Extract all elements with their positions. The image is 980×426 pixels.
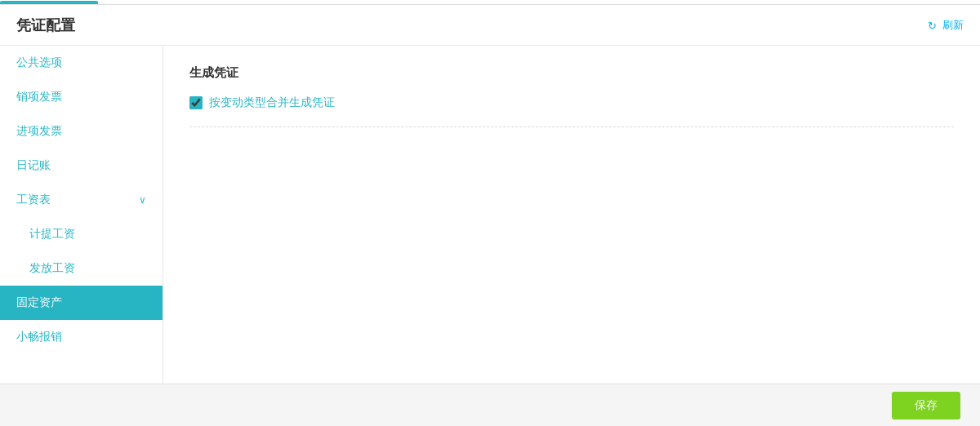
refresh-label: 刷新 <box>942 18 964 33</box>
sidebar-item-payroll[interactable]: 工资表 ∨ <box>0 183 163 217</box>
merge-by-type-checkbox[interactable] <box>189 96 203 109</box>
sidebar-item-label: 日记账 <box>16 158 51 173</box>
top-tab-active <box>0 1 98 4</box>
sidebar-item-pay-payroll[interactable]: 发放工资 <box>0 251 163 286</box>
page-title: 凭证配置 <box>16 16 75 35</box>
chevron-down-icon: ∨ <box>139 194 146 206</box>
section-divider <box>189 126 954 127</box>
sidebar-item-expense[interactable]: 小畅报销 <box>0 320 163 354</box>
sidebar-item-journal[interactable]: 日记账 <box>0 149 163 183</box>
sidebar-item-label: 进项发票 <box>16 124 62 139</box>
sidebar-item-label: 公共选项 <box>16 55 62 70</box>
page-container: 凭证配置 ↻ 刷新 公共选项 销项发票 进项发票 日记账 工资表 ∨ <box>0 0 980 426</box>
sidebar-item-label: 固定资产 <box>16 295 62 310</box>
header: 凭证配置 ↻ 刷新 <box>0 5 980 46</box>
save-button[interactable]: 保存 <box>892 392 960 419</box>
sidebar-item-label: 销项发票 <box>16 90 62 104</box>
refresh-icon: ↻ <box>928 20 939 31</box>
sidebar-item-fixed-assets[interactable]: 固定资产 <box>0 286 163 320</box>
checkbox-label[interactable]: 按变动类型合并生成凭证 <box>209 95 335 110</box>
sidebar-item-label: 发放工资 <box>29 261 75 276</box>
sidebar-item-label: 计提工资 <box>29 227 75 242</box>
sidebar-item-label: 工资表 <box>16 193 51 207</box>
refresh-button[interactable]: ↻ 刷新 <box>928 18 964 33</box>
sidebar-item-public[interactable]: 公共选项 <box>0 46 163 80</box>
sidebar-item-accrued-payroll[interactable]: 计提工资 <box>0 217 163 251</box>
sidebar-item-sales-invoice[interactable]: 销项发票 <box>0 80 163 114</box>
section-title: 生成凭证 <box>189 65 954 81</box>
checkbox-row: 按变动类型合并生成凭证 <box>189 95 954 110</box>
sidebar-item-label: 小畅报销 <box>16 330 62 344</box>
footer: 保存 <box>0 384 980 426</box>
sidebar-item-purchase-invoice[interactable]: 进项发票 <box>0 114 163 149</box>
main-content: 公共选项 销项发票 进项发票 日记账 工资表 ∨ 计提工资 发放工资 固定资 <box>0 46 980 384</box>
content-area: 生成凭证 按变动类型合并生成凭证 <box>163 46 980 384</box>
sidebar: 公共选项 销项发票 进项发票 日记账 工资表 ∨ 计提工资 发放工资 固定资 <box>0 46 163 384</box>
